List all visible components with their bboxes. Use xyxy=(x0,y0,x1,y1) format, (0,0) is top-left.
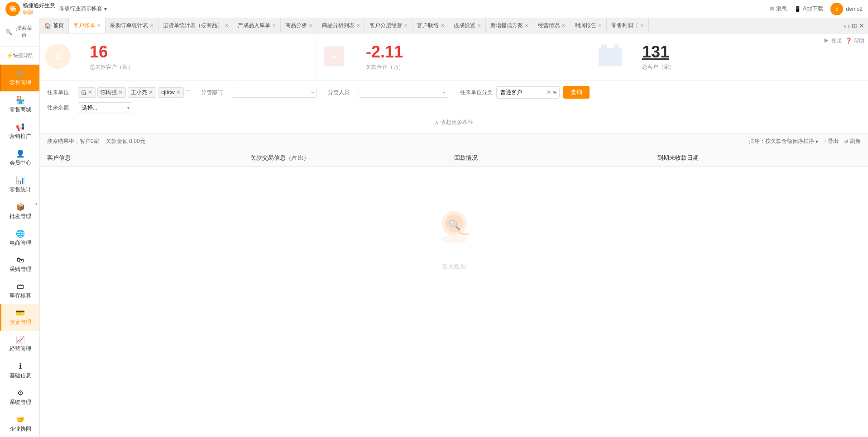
filter-more-tags[interactable]: ··· xyxy=(186,87,190,98)
sidebar-item-member[interactable]: 👤 会员中心 xyxy=(0,145,39,171)
filter-dept-more-icon[interactable]: ··· xyxy=(311,90,314,95)
tab-close-icon[interactable]: ✕ xyxy=(598,23,602,28)
download-icon: 📱 xyxy=(794,6,801,12)
tab-customer-contact[interactable]: 客户联络 ✕ xyxy=(412,18,449,33)
tab-raise-settings[interactable]: 提成设置 ✕ xyxy=(449,18,486,33)
member-icon: 👤 xyxy=(16,149,25,158)
chevron-down-icon: ▾ xyxy=(104,6,107,12)
col-customer-info: 客户信息 xyxy=(47,154,250,162)
tab-purchase-order-stats[interactable]: 采购订单统计表 ✕ xyxy=(106,18,158,33)
sidebar-item-retail-mgmt[interactable]: 🛒 零售管理 xyxy=(0,65,39,91)
filter-balance-wrapper: 选择... xyxy=(78,102,132,113)
tab-close-icon[interactable]: ✕ xyxy=(272,23,276,28)
quick-nav-item[interactable]: ⚡ 快捷导航 xyxy=(0,48,39,62)
tabs-prev-icon[interactable]: ‹ xyxy=(844,22,846,29)
help-btn[interactable]: ❓ 帮助 xyxy=(845,37,864,45)
sidebar-item-system[interactable]: ⚙ 系统管理 xyxy=(0,384,39,411)
tab-product-inbound[interactable]: 产成品入库单 ✕ xyxy=(233,18,281,33)
tab-new-raise[interactable]: 新增提成方案 ✕ xyxy=(486,18,533,33)
unit-class-remove-icon[interactable]: ✕ xyxy=(547,89,551,95)
sidebar: 🔍 搜索菜单 ⚡ 快捷导航 🛒 零售管理 🏪 零售商城 📢 营销推广 xyxy=(0,18,40,437)
message-icon: ✉ xyxy=(770,6,774,12)
tab-close-icon[interactable]: ✕ xyxy=(561,23,565,28)
filter-person-label: 分管人员 xyxy=(328,89,355,96)
sidebar-item-retail-stats[interactable]: 📊 零售统计 xyxy=(0,171,39,198)
tab-close-icon[interactable]: ✕ xyxy=(404,23,408,28)
tab-close-icon[interactable]: ✕ xyxy=(640,23,644,28)
search-menu-button[interactable]: 🔍 搜索菜单 xyxy=(4,23,36,42)
remove-tag-cjttcw[interactable]: ✕ xyxy=(176,89,181,95)
tab-close-icon[interactable]: ✕ xyxy=(356,23,360,28)
tab-close-icon[interactable]: ✕ xyxy=(225,23,228,28)
col-debt-info: 欠款交易信息（占比） xyxy=(250,154,454,162)
svg-rect-5 xyxy=(601,44,607,53)
tabs-next-icon[interactable]: › xyxy=(848,22,850,29)
enterprise-icon: 🤝 xyxy=(16,415,25,424)
tab-operation-status[interactable]: 经营情况 ✕ xyxy=(533,18,570,33)
sidebar-item-inventory[interactable]: 🗃 库存核算 xyxy=(0,278,39,304)
basic-info-icon: ℹ xyxy=(19,362,22,370)
debt-bg-icon: ✦ xyxy=(321,43,348,70)
sidebar-item-finance[interactable]: 💳 资金管理 xyxy=(0,304,39,331)
user-menu[interactable]: d demo2 xyxy=(830,3,863,15)
filter-tag-wu[interactable]: 伍 ✕ xyxy=(78,87,96,98)
total-clients-value: 131 xyxy=(642,43,675,62)
sidebar-item-marketing[interactable]: 📢 营销推广 xyxy=(0,118,39,145)
message-btn[interactable]: ✉ 消息 xyxy=(770,5,787,13)
tab-close-icon[interactable]: ✕ xyxy=(441,23,444,28)
collapse-button[interactable]: ∧ 收起更多条件 xyxy=(47,117,861,128)
tab-product-analysis-list[interactable]: 商品分析列表 ✕ xyxy=(317,18,365,33)
tabs-more-icon[interactable]: ⊞ xyxy=(852,22,857,29)
remove-tag-chen[interactable]: ✕ xyxy=(118,89,123,95)
page-content: ¥ 16 总欠款客户（家） ✦ xyxy=(40,33,868,437)
query-button[interactable]: 查询 xyxy=(563,86,590,99)
sidebar-item-retail-shop[interactable]: 🏪 零售商城 xyxy=(0,91,39,118)
sort-selector[interactable]: 排序：按欠款金额倒序排序 ▾ xyxy=(749,138,818,145)
tab-customer-segment[interactable]: 客户分层经营 ✕ xyxy=(365,18,412,33)
filter-unit-class-select[interactable]: 普通客户 ✕ ▾ xyxy=(496,86,560,99)
remove-tag-wu[interactable]: ✕ xyxy=(88,89,92,95)
refresh-button[interactable]: ↺ 刷新 xyxy=(844,138,861,145)
filter-dept-input[interactable] xyxy=(232,87,317,98)
sidebar-search[interactable]: 🔍 搜索菜单 xyxy=(0,18,39,47)
sidebar-item-operation[interactable]: 📈 经营管理 xyxy=(0,331,39,357)
export-button[interactable]: ↑ 导出 xyxy=(824,138,839,145)
remove-tag-wang[interactable]: ✕ xyxy=(149,89,153,95)
filter-balance-select[interactable]: 选择... xyxy=(78,102,132,113)
sidebar-item-wholesale[interactable]: 📦 批发管理 ▾ xyxy=(0,198,39,225)
tab-close-icon[interactable]: ✕ xyxy=(97,23,101,28)
sidebar-item-basic-info[interactable]: ℹ 基础信息 xyxy=(0,357,39,384)
filter-person-more-icon[interactable]: ··· xyxy=(443,90,446,95)
filter-row-balance: 往来余额 选择... xyxy=(47,102,861,113)
svg-point-7 xyxy=(441,236,468,243)
tab-close-icon[interactable]: ✕ xyxy=(525,23,528,28)
debt-value: -2.11 xyxy=(366,43,404,62)
tab-profit-report[interactable]: 利润报告 ✕ xyxy=(570,18,607,33)
tab-retail-profit[interactable]: 零售利润（ ✕ xyxy=(607,18,649,33)
tab-close-icon[interactable]: ✕ xyxy=(150,23,153,28)
video-btn[interactable]: ▶ 视频 xyxy=(824,37,841,45)
filter-person-input[interactable] xyxy=(359,87,449,98)
tab-close-icon[interactable]: ✕ xyxy=(477,23,481,28)
filter-unit-tags: 伍 ✕ 陈民强 ✕ 王小亮 ✕ cjttcw ✕ xyxy=(78,87,190,98)
summary-card-debt: ✦ -2.11 欠款合计（万） xyxy=(316,33,592,80)
tabs-close-all-icon[interactable]: ✕ xyxy=(859,22,864,29)
filter-tag-wang[interactable]: 王小亮 ✕ xyxy=(128,87,156,98)
sidebar-item-enterprise[interactable]: 🤝 企业协同 xyxy=(0,411,39,437)
filter-tag-cjttcw[interactable]: cjttcw ✕ xyxy=(158,87,184,98)
wholesale-icon: 📦 xyxy=(16,203,25,211)
tab-product-analysis[interactable]: 商品分析 ✕ xyxy=(281,18,317,33)
app-download-btn[interactable]: 📱 App下载 xyxy=(794,5,823,13)
results-summary: 搜索结果中，客户0家 欠款金额 0.00元 xyxy=(47,138,145,145)
tab-close-icon[interactable]: ✕ xyxy=(309,23,312,28)
logo-area: 畅 畅捷通好生意 标版 xyxy=(5,2,55,16)
tab-home[interactable]: 🏠 首页 xyxy=(40,18,69,33)
tab-customer-book[interactable]: 客户账本 ✕ xyxy=(69,18,106,33)
sidebar-item-purchase[interactable]: 🛍 采购管理 xyxy=(0,252,39,278)
sidebar-item-ecommerce[interactable]: 🌐 电商管理 xyxy=(0,225,39,252)
filter-section: 往来单位 伍 ✕ 陈民强 ✕ 王小亮 ✕ xyxy=(40,81,868,134)
tab-inbound-stats[interactable]: 进货单统计表（按商品） ✕ xyxy=(158,18,233,33)
workspace-selector[interactable]: 母婴行业演示帐套 ▾ xyxy=(59,5,107,13)
top-bar-left: 畅 畅捷通好生意 标版 母婴行业演示帐套 ▾ xyxy=(5,2,107,16)
filter-tag-chen[interactable]: 陈民强 ✕ xyxy=(97,87,126,98)
